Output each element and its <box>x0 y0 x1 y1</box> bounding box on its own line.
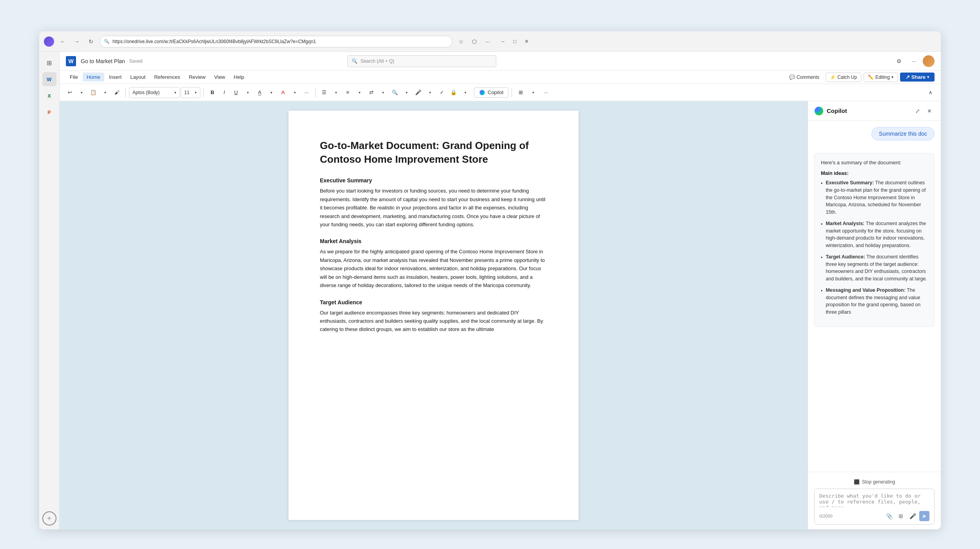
word-header-right: ⚙ ··· <box>893 55 935 67</box>
address-bar[interactable]: 🔍 https://onedrive.live.com/w:/t/EaCKkPs… <box>100 36 452 47</box>
menu-file[interactable]: File <box>66 73 82 82</box>
toolbar-font-group: Aptos (Body) ▾ 11 ▾ <box>129 87 200 98</box>
bold-button[interactable]: B <box>207 87 218 98</box>
send-button[interactable]: ➤ <box>919 511 929 521</box>
dictate-dropdown-button[interactable]: ▾ <box>425 87 436 98</box>
font-size-value: 11 <box>184 90 189 95</box>
bullet-dot-3: • <box>821 287 822 316</box>
align-dropdown-button[interactable]: ▾ <box>354 87 365 98</box>
text-dir-button[interactable]: ⇄ <box>366 87 377 98</box>
italic-button[interactable]: I <box>219 87 230 98</box>
copilot-toolbar-button[interactable]: Copilot <box>474 87 508 98</box>
dictate-button[interactable]: 🎤 <box>413 87 424 98</box>
share-button[interactable]: ↗ Share ▾ <box>900 73 935 82</box>
search-icon: 🔍 <box>352 58 358 64</box>
sidebar-excel-icon[interactable]: X <box>42 89 56 103</box>
grid-view-button[interactable]: ⊞ <box>515 87 526 98</box>
more-options-button[interactable]: ··· <box>908 55 920 67</box>
editing-button[interactable]: ✏️ Editing ▾ <box>864 73 898 82</box>
svg-point-0 <box>479 90 485 95</box>
copilot-close-button[interactable]: ✕ <box>924 106 935 116</box>
comments-button[interactable]: 💬 Comments <box>785 73 823 82</box>
find-dropdown-button[interactable]: ▾ <box>401 87 412 98</box>
chevron-down-icon: ▾ <box>927 75 929 79</box>
menu-review[interactable]: Review <box>185 73 210 82</box>
copilot-expand-button[interactable]: ⤢ <box>913 106 923 116</box>
toolbar-undo-group: ↩ ▾ 📋 ▾ 🖌 <box>64 87 122 98</box>
browser-sidebar: ⊞ W X P + <box>39 52 60 529</box>
main-area: Go-to-Market Document: Grand Opening of … <box>60 101 941 529</box>
refresh-button[interactable]: ↻ <box>85 36 96 47</box>
copilot-icon <box>479 89 485 96</box>
undo-dropdown-button[interactable]: ▾ <box>76 87 87 98</box>
section-heading-0: Executive Summary <box>320 177 547 184</box>
menu-insert[interactable]: Insert <box>105 73 126 82</box>
menu-help[interactable]: Help <box>230 73 248 82</box>
menu-references[interactable]: References <box>150 73 184 82</box>
browser-profile-avatar[interactable] <box>44 36 54 47</box>
section-content-0: Before you start looking for investors o… <box>320 187 547 229</box>
bullets-button[interactable]: ☰ <box>319 87 330 98</box>
minimize-button[interactable]: – <box>498 36 508 47</box>
extensions-icon[interactable]: ⬡ <box>469 36 480 47</box>
browser-menu-icon[interactable]: ··· <box>482 36 493 47</box>
font-name-dropdown[interactable]: Aptos (Body) ▾ <box>129 87 180 98</box>
sidebar-ppt-icon[interactable]: P <box>42 105 56 119</box>
undo-button[interactable]: ↩ <box>64 87 75 98</box>
favorites-icon[interactable]: ☆ <box>456 36 466 47</box>
menu-layout[interactable]: Layout <box>126 73 149 82</box>
more-format-button[interactable]: ··· <box>301 87 312 98</box>
font-color-dropdown-button[interactable]: ▾ <box>289 87 300 98</box>
find-button[interactable]: 🔍 <box>389 87 400 98</box>
mic-button[interactable]: 🎤 <box>907 511 918 521</box>
back-button[interactable]: ← <box>57 36 68 47</box>
settings-button[interactable]: ⚙ <box>893 55 905 67</box>
font-color-button[interactable]: A <box>278 87 289 98</box>
menu-home[interactable]: Home <box>83 73 104 82</box>
word-search-bar[interactable]: 🔍 Search (Alt + Q) <box>347 55 496 67</box>
window-controls: – □ ✕ <box>498 36 532 47</box>
format-painter-button[interactable]: 🖌 <box>111 87 122 98</box>
copilot-logo-icon <box>814 106 824 116</box>
close-button[interactable]: ✕ <box>521 36 532 47</box>
forward-button[interactable]: → <box>71 36 82 47</box>
attach-button[interactable]: 📎 <box>884 511 894 521</box>
editor-check-button[interactable]: ✓ <box>436 87 447 98</box>
highlight-dropdown-button[interactable]: ▾ <box>266 87 277 98</box>
browser-window: ← → ↻ 🔍 https://onedrive.live.com/w:/t/E… <box>39 31 941 529</box>
maximize-button[interactable]: □ <box>510 36 520 47</box>
text-dir-dropdown-button[interactable]: ▾ <box>377 87 388 98</box>
bullet-dot-0: • <box>821 180 822 216</box>
catch-up-button[interactable]: ⚡ Catch Up <box>826 73 861 82</box>
highlight-button[interactable]: A̲ <box>254 87 265 98</box>
menu-view[interactable]: View <box>210 73 229 82</box>
more-toolbar-button[interactable]: ··· <box>540 87 551 98</box>
align-button[interactable]: ≡ <box>342 87 353 98</box>
bullets-dropdown-button[interactable]: ▾ <box>330 87 341 98</box>
sidebar-apps-icon[interactable]: ⊞ <box>42 56 56 70</box>
sensitivity-button[interactable]: 🔒 <box>448 87 459 98</box>
bullet-dot-1: • <box>821 221 822 249</box>
user-avatar[interactable] <box>923 55 935 67</box>
font-chevron-icon: ▾ <box>174 91 176 95</box>
document-area[interactable]: Go-to-Market Document: Grand Opening of … <box>60 101 808 529</box>
response-bullet-1: • Market Analysis: The document analyzes… <box>821 220 928 249</box>
response-bullet-2: • Target Audience: The document identifi… <box>821 253 928 283</box>
underline-dropdown-button[interactable]: ▾ <box>242 87 253 98</box>
browser-toolbar-right: ☆ ⬡ ··· <box>456 36 493 47</box>
sidebar-word-icon[interactable]: W <box>42 72 56 86</box>
sidebar-add-button[interactable]: + <box>42 511 56 525</box>
collapse-toolbar-button[interactable]: ∧ <box>925 87 936 98</box>
app-content: W Go to Market Plan · Saved 🔍 Search (Al… <box>60 52 941 529</box>
clipboard-button[interactable]: 📋 <box>88 87 99 98</box>
copilot-panel: Copilot ⤢ ✕ Summarize this doc Here's a … <box>808 101 941 529</box>
sensitivity-dropdown-button[interactable]: ▾ <box>460 87 471 98</box>
copilot-input[interactable] <box>819 493 929 507</box>
table-icon-button[interactable]: ⊞ <box>896 511 906 521</box>
grid-dropdown-button[interactable]: ▾ <box>528 87 539 98</box>
font-size-dropdown[interactable]: 11 ▾ <box>181 87 200 98</box>
clipboard-dropdown-button[interactable]: ▾ <box>100 87 111 98</box>
stop-generating-button[interactable]: ⬛ Stop generating <box>814 477 935 489</box>
summarize-chip[interactable]: Summarize this doc <box>871 127 935 140</box>
underline-button[interactable]: U <box>230 87 241 98</box>
